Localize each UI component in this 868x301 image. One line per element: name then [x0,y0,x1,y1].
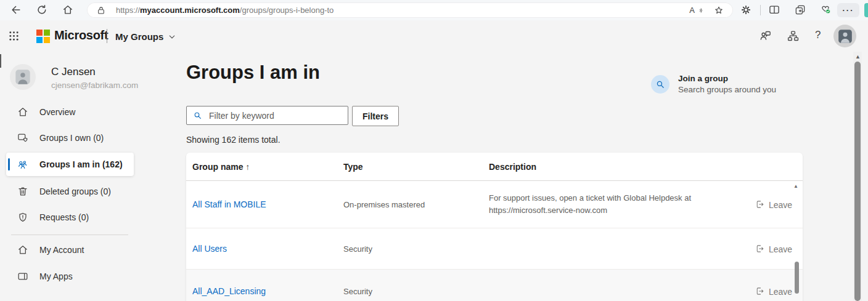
refresh-icon[interactable] [36,4,48,16]
column-header-type[interactable]: Type [343,162,489,172]
user-avatar [10,64,36,90]
leave-icon [755,244,765,254]
column-header-description[interactable]: Description [489,162,536,172]
sidebar-item-requests[interactable]: Requests (0) [0,204,173,230]
sidebar-item-label: Requests (0) [39,212,89,222]
sidebar-item-groups-i-am-in[interactable]: Groups I am in (162) [6,153,134,176]
split-screen-icon[interactable] [768,4,780,16]
trash-icon [17,185,29,198]
edge-sidebar-sliver[interactable] [864,3,868,17]
sidebar-item-label: Overview [39,107,75,117]
items-summary: Showing 162 items total. [186,135,280,145]
collections-add-icon[interactable] [794,4,806,16]
filter-input-box[interactable] [186,106,348,125]
sidebar-item-deleted-groups[interactable]: Deleted groups (0) [0,179,173,204]
people-icon [17,158,29,171]
page-body: C Jensen cjensen@fabrikam.com Overview G… [0,52,868,301]
table-row: All Users Security Leave [186,228,803,270]
app-name-dropdown[interactable]: My Groups [115,31,176,42]
extensions-icon[interactable] [740,4,752,16]
more-menu-icon[interactable]: ··· [837,3,859,17]
leave-button[interactable]: Leave [755,286,792,297]
brand-title[interactable]: Microsoft [54,28,108,42]
lock-icon [96,6,106,15]
page-scrollbar[interactable]: ▲ [853,52,862,301]
feedback-icon[interactable] [759,30,772,42]
user-name: C Jensen [51,66,96,78]
url-text[interactable]: https://myaccount.microsoft.com/groups/g… [116,6,334,15]
home-icon [17,244,29,256]
toolbar-divider [760,5,761,15]
sidebar-item-my-account[interactable]: My Account [0,237,173,263]
group-name-link[interactable]: All Staff in MOBILE [192,199,266,209]
search-icon [193,111,203,121]
apps-icon [17,270,29,283]
group-description: For support issues, open a ticket with G… [489,192,735,217]
page-title: Groups I am in [186,62,320,84]
sidebar-item-overview[interactable]: Overview [0,99,173,125]
screen: https://myaccount.microsoft.com/groups/g… [0,0,868,301]
sidebar-item-groups-i-own[interactable]: Groups I own (0) [0,125,173,151]
home-icon [17,106,29,118]
sidebar-item-label: My Account [39,245,84,255]
groups-own-icon [17,132,29,144]
groups-table: Group name ↑ Type Description All Staff … [186,153,803,301]
favorite-star-icon[interactable] [713,5,724,16]
group-type: Security [343,244,372,254]
app-launcher-waffle-icon[interactable] [9,31,19,41]
leave-icon [755,199,765,210]
column-header-group-name[interactable]: Group name ↑ [192,162,343,172]
sidebar-item-label: Groups I own (0) [39,133,104,143]
group-type: On-premises mastered [343,200,425,209]
app-header: Microsoft My Groups ? [0,20,868,52]
browser-toolbar: https://myaccount.microsoft.com/groups/g… [0,0,868,21]
group-type: Security [343,287,372,296]
user-email: cjensen@fabrikam.com [51,81,138,90]
home-icon[interactable] [62,4,74,16]
sidebar-item-label: My Apps [39,271,73,281]
account-avatar[interactable] [833,25,856,47]
chevron-down-icon [168,33,176,41]
join-title: Join a group [678,74,776,83]
leave-button[interactable]: Leave [755,244,792,254]
filters-button[interactable]: Filters [352,106,399,126]
table-scrollbar-thumb[interactable] [795,262,799,294]
join-a-group-button[interactable]: Join a group Search groups around you [651,74,776,94]
page-scrollbar-thumb[interactable] [854,62,861,301]
address-bar[interactable]: https://myaccount.microsoft.com/groups/g… [87,2,733,18]
selected-indicator [8,158,10,171]
group-name-link[interactable]: All_AAD_Licensing [192,286,266,296]
sidebar-item-label: Deleted groups (0) [39,187,111,196]
join-subtitle: Search groups around you [678,85,776,94]
table-row: All_AAD_Licensing Security Leave [186,270,803,301]
page-scroll-up-icon[interactable]: ▲ [855,54,861,60]
sidebar-item-my-apps[interactable]: My Apps [0,263,173,289]
back-icon[interactable] [10,4,22,16]
leave-button[interactable]: Leave [755,199,792,210]
help-icon[interactable]: ? [815,29,821,41]
left-edge-scroll-artifact [0,54,1,68]
read-aloud-icon[interactable]: A [689,6,703,15]
join-search-icon [651,75,669,94]
organization-icon[interactable] [787,30,800,42]
header-divider [107,29,107,43]
shield-icon [17,211,29,223]
table-header-row: Group name ↑ Type Description [186,153,803,181]
sort-ascending-icon[interactable]: ↑ [245,162,250,172]
filter-input[interactable] [208,110,334,121]
table-row: All Staff in MOBILE On-premises mastered… [186,181,803,228]
microsoft-logo-icon[interactable] [36,30,50,43]
sidebar-item-label: Groups I am in (162) [39,159,123,169]
table-scroll-up-icon[interactable]: ▲ [793,183,798,189]
sidebar-divider [11,235,128,235]
leave-icon [755,286,765,297]
group-name-link[interactable]: All Users [192,244,227,254]
browser-essentials-icon[interactable] [819,4,832,16]
